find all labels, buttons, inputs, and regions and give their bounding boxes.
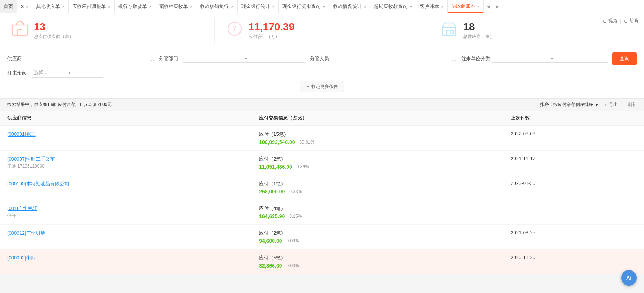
- close-icon[interactable]: ×: [441, 4, 444, 9]
- svg-rect-6: [451, 30, 454, 33]
- last-payment-cell: 2021-11-17: [511, 156, 637, 161]
- last-payment-date: 2021-11-17: [511, 156, 535, 161]
- stat-payable-suppliers-text: 13 总应付供应商（家）: [34, 21, 74, 40]
- payable-percent: 0.15%: [289, 214, 302, 219]
- last-payment-date: 2021-03-25: [511, 230, 535, 235]
- table-row: [000002]李四 应付（5笔） 32,366.00 0.03% 2020-1…: [0, 249, 644, 274]
- nav-tab-other-income-label: 其他收入单: [36, 3, 60, 10]
- top-right-links: ⊙ 视频 | ⊙ 帮助: [603, 18, 638, 24]
- filter-department: 分管部门 ▼: [159, 55, 306, 63]
- payable-count: 应付（2笔）: [259, 156, 511, 162]
- supplier-name-link[interactable]: [000007]恒旺二手叉车: [7, 156, 259, 162]
- chevron-down-icon: ▼: [550, 56, 606, 61]
- nav-tab-cash-bank-stat[interactable]: 现金银行统计 ×: [238, 0, 279, 13]
- balance-dropdown[interactable]: 选择... ▼: [32, 68, 103, 78]
- payable-count: 应付（4笔）: [259, 205, 511, 212]
- person-dots-icon[interactable]: ...: [452, 55, 456, 62]
- supplier-input[interactable]: [32, 54, 147, 63]
- chevron-down-icon: ▼: [244, 56, 303, 61]
- supplier-info-cell: [000100]本特勤油品有限公司: [7, 180, 259, 187]
- nav-tab-prepay-offset[interactable]: 预收冲应收单 ×: [155, 0, 196, 13]
- stat-payable-suppliers-number: 13: [34, 21, 74, 33]
- payable-count: 应付（1笔）: [259, 180, 511, 187]
- nav-arrow-left[interactable]: ◀: [484, 0, 493, 13]
- sort-label: 排序：按应付余额倒序排序: [540, 101, 593, 108]
- close-icon[interactable]: ×: [108, 4, 110, 9]
- supplier-name-link[interactable]: [000002]李四: [7, 255, 259, 261]
- supplier-name-link[interactable]: [000001]张三: [7, 131, 259, 138]
- payable-amount-link[interactable]: 32,366.00: [259, 263, 282, 269]
- supplier-table: 供应商信息 应付交易信息（占比） 上次付数 [000001]张三 应付（15笔）…: [0, 111, 644, 274]
- payable-percent: 0.08%: [286, 238, 299, 244]
- table-row: [000007]恒旺二手叉车 王通 17106110000 应付（2笔） 11,…: [0, 151, 644, 175]
- last-payment-cell: 2023-01-30: [511, 180, 637, 186]
- payable-amount-link[interactable]: 11,051,486.00: [259, 164, 292, 170]
- payable-amount-link[interactable]: 164,635.90: [259, 213, 285, 219]
- person-input[interactable]: [334, 54, 449, 63]
- close-icon[interactable]: ×: [190, 4, 192, 9]
- close-icon[interactable]: ×: [231, 4, 233, 9]
- nav-tab-other-income[interactable]: 其他收入单 ×: [32, 0, 69, 13]
- nav-tab-payment-verify-label: 收款核销执行: [200, 3, 229, 10]
- payable-icon: ¥: [226, 20, 244, 41]
- table-row: [001]广州荣轩 仔仔 应付（4笔） 164,635.90 0.15%: [0, 200, 644, 225]
- nav-tab-ar-ap-adjust[interactable]: 应收应付调整单 ×: [69, 0, 114, 13]
- nav-tab-receipt-stat[interactable]: 收款情况统计 ×: [329, 0, 370, 13]
- help-link[interactable]: 帮助: [629, 18, 638, 24]
- payable-amount-link[interactable]: 100,092,540.00: [259, 139, 295, 145]
- payable-amount-link[interactable]: 94,600.00: [259, 238, 282, 244]
- payable-info-cell: 应付（2笔） 94,600.00 0.08%: [259, 230, 511, 244]
- table-row: [000012]广州贝瑞 应付（2笔） 94,600.00 0.08% 2021…: [0, 225, 644, 249]
- chevron-down-icon: ▼: [595, 102, 599, 107]
- nav-tab-receipt-stat-label: 收款情况统计: [333, 3, 362, 10]
- nav-tab-payment-verify[interactable]: 收款核销执行 ×: [196, 0, 237, 13]
- close-icon[interactable]: ×: [149, 4, 151, 9]
- collapse-button[interactable]: ∧ 收起更多条件: [300, 81, 344, 92]
- close-icon[interactable]: ×: [62, 4, 64, 9]
- svg-text:¥: ¥: [233, 25, 236, 32]
- department-dropdown[interactable]: ▼: [183, 55, 306, 63]
- table-header: 供应商信息 应付交易信息（占比） 上次付数: [0, 111, 644, 126]
- store-icon: [440, 20, 458, 41]
- payable-amount-link[interactable]: 258,000.00: [259, 189, 285, 194]
- last-payment-date: 2023-01-30: [511, 180, 535, 186]
- refresh-icon: ○: [624, 102, 626, 107]
- close-icon[interactable]: ×: [477, 4, 480, 8]
- close-icon[interactable]: ×: [364, 4, 366, 9]
- supplier-dots-icon[interactable]: ...: [149, 55, 154, 62]
- close-icon[interactable]: ×: [272, 4, 274, 9]
- nav-tab-bank-deposit-label: 银行存取款单: [118, 3, 147, 10]
- nav-tab-overdue-query[interactable]: 超期应收款查询 ×: [370, 0, 416, 13]
- payable-percent: 9.89%: [297, 164, 309, 169]
- nav-tab-cash-bank-flow[interactable]: 现金银行流水查询 ×: [279, 0, 329, 13]
- close-icon[interactable]: ×: [323, 4, 325, 9]
- nav-arrow-right[interactable]: ▶: [493, 0, 501, 13]
- filter-category: 往来单位分类 ▼: [461, 55, 608, 63]
- supplier-name-link[interactable]: [001]广州荣轩: [7, 205, 259, 212]
- video-link[interactable]: 视频: [608, 18, 617, 24]
- export-button[interactable]: ○ 导出: [605, 101, 618, 108]
- refresh-label: 刷新: [628, 101, 637, 108]
- payable-percent: 0.23%: [289, 189, 302, 194]
- last-payment-cell: 2020-11-20: [511, 255, 637, 260]
- category-dropdown[interactable]: ▼: [492, 55, 608, 63]
- header-supplier-info: 供应商信息: [7, 115, 259, 121]
- nav-tab-customer-ledger[interactable]: 客户账本 ×: [416, 0, 448, 13]
- nav-tab-3-label: 3: [21, 4, 24, 9]
- refresh-button[interactable]: ○ 刷新: [624, 101, 637, 108]
- supplier-info-cell: [001]广州荣轩 仔仔: [7, 205, 259, 219]
- close-icon[interactable]: ×: [410, 4, 412, 9]
- search-button[interactable]: 查询: [612, 52, 637, 65]
- nav-tab-supplier-ledger[interactable]: 供应商账本 ×: [448, 0, 484, 13]
- supplier-name-link[interactable]: [000100]本特勤油品有限公司: [7, 180, 259, 187]
- payable-count: 应付（15笔）: [259, 131, 511, 138]
- supplier-info-cell: [000007]恒旺二手叉车 王通 17106110000: [7, 156, 259, 169]
- close-icon[interactable]: ×: [26, 4, 28, 9]
- nav-tab-home-label: 首页: [4, 3, 13, 10]
- nav-tab-bank-deposit[interactable]: 银行存取款单 ×: [115, 0, 155, 13]
- supplier-name-link[interactable]: [000012]广州贝瑞: [7, 230, 259, 237]
- nav-tab-3[interactable]: 3 ×: [17, 0, 32, 13]
- sort-dropdown[interactable]: 排序：按应付余额倒序排序 ▼: [540, 101, 599, 108]
- nav-tab-home[interactable]: 首页: [0, 0, 17, 13]
- stat-payable-amount-label: 应付合计（万）: [249, 34, 295, 40]
